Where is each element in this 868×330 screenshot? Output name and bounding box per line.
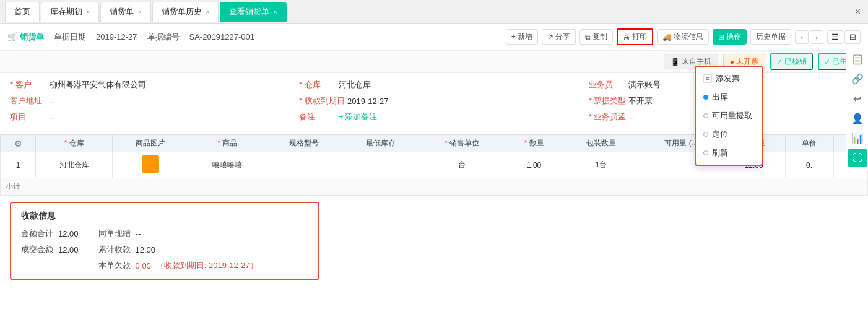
cumulative-value: 12.00: [136, 245, 156, 254]
dropdown-refresh[interactable]: 刷新: [696, 144, 762, 162]
doc-meta: 单据日期 2019-12-27 单据编号 SA-20191227-001: [54, 32, 506, 43]
payment-col-left: 金额合计 12.00 成交金额 12.00: [21, 228, 79, 271]
subtotal-row: 小计: [1, 178, 868, 196]
product-image: [142, 155, 159, 173]
confirm-button[interactable]: ✓ 已核销: [770, 53, 813, 70]
circle-icon-3: [703, 150, 708, 155]
deal-amount-label: 成交金额: [21, 244, 53, 255]
payment-deal-row: 成交金额 12.00: [21, 244, 79, 255]
window-close-button[interactable]: ×: [855, 6, 861, 17]
sidebar-clipboard-icon[interactable]: 📋: [848, 50, 867, 68]
view-buttons: ☰ ⊞: [827, 30, 861, 44]
amount-label: 金额合计: [21, 228, 53, 239]
next-arrow[interactable]: ›: [810, 30, 823, 44]
operate-button[interactable]: ⊞ 操作: [713, 29, 747, 45]
payment-owe-row: 本单欠款 0.00 （收款到期日: 2019-12-27）: [98, 260, 258, 271]
share-button[interactable]: ↗ 分享: [542, 29, 576, 45]
doc-number-value: SA-20191227-001: [189, 32, 255, 41]
right-sidebar: 📋 🔗 ↩ 👤 📊 ⛶: [846, 47, 868, 170]
tab-close-history[interactable]: ×: [206, 8, 209, 15]
col-spec: 规格型号: [266, 135, 342, 152]
warehouse-label: 仓库: [299, 79, 336, 90]
payment-cumulative-row: 累计收款 12.00: [98, 244, 258, 255]
deal-amount-value: 12.00: [58, 245, 79, 254]
project-value: --: [50, 113, 55, 122]
invoice-type-label: 票据类型: [589, 95, 627, 106]
row-qty: 1.00: [505, 152, 563, 178]
sidebar-refresh-icon[interactable]: ↩: [848, 89, 867, 108]
share-icon: ↗: [547, 33, 553, 41]
col-img: 商品图片: [112, 135, 189, 152]
effective-icon: ✓: [824, 58, 830, 66]
tab-inventory-init[interactable]: 库存期初 ×: [41, 2, 99, 22]
row-spec: [266, 152, 342, 178]
dropdown-outbound[interactable]: 出库: [696, 88, 762, 106]
list-view-button[interactable]: ☰: [827, 30, 843, 44]
owe-label: 本单欠款: [98, 260, 131, 271]
tab-home[interactable]: 首页: [5, 2, 40, 22]
salesperson-label: 业务员: [589, 79, 626, 90]
invoice-type-value: 不开票: [628, 95, 653, 106]
doc-date-value: 2019-12-27: [96, 32, 137, 41]
mobile-icon: 📱: [671, 58, 680, 66]
sales-order-icon: 🛒: [7, 32, 17, 41]
doc-header: 🛒 销货单 单据日期 2019-12-27 单据编号 SA-20191227-0…: [0, 24, 868, 51]
main-content: 🛒 销货单 单据日期 2019-12-27 单据编号 SA-20191227-0…: [0, 24, 868, 330]
due-date-field: 收款到期日 2019-12-27: [299, 95, 568, 106]
bottom-panel: 收款信息 金额合计 12.00 成交金额 12.00 同单现结 --: [0, 196, 868, 286]
dropdown-add-invoice[interactable]: ≡ 添发票: [696, 69, 762, 88]
sidebar-link-icon[interactable]: 🔗: [848, 69, 867, 88]
tab-sales-order[interactable]: 销货单 ×: [100, 2, 150, 22]
circle-icon-1: [703, 113, 708, 118]
row-price: 0.: [785, 152, 833, 178]
copy-icon: ⧉: [585, 33, 591, 41]
same-order-label: 同单现结: [98, 228, 131, 239]
tab-bar: 首页 库存期初 × 销货单 × 销货单历史 × 查看销货单 × ×: [0, 0, 868, 24]
due-date-value: 2019-12-27: [347, 97, 389, 106]
logistics-button[interactable]: 🚚 物流信息: [657, 29, 709, 45]
salesperson-value: 演示账号: [628, 79, 661, 90]
dropdown-available-qty[interactable]: 可用量提取: [696, 106, 762, 125]
new-button[interactable]: + 新增: [506, 29, 538, 45]
sidebar-chart-icon[interactable]: 📊: [848, 129, 867, 147]
col-gear[interactable]: ⚙: [1, 135, 36, 152]
project-field: 项目 --: [10, 111, 279, 123]
sidebar-expand-icon[interactable]: ⛶: [848, 149, 867, 167]
truck-icon: 🚚: [662, 33, 672, 41]
note-field: 备注 +添加备注: [299, 111, 568, 123]
add-note-button[interactable]: +添加备注: [339, 111, 377, 123]
prev-arrow[interactable]: ‹: [795, 30, 809, 44]
payment-same-order-row: 同单现结 --: [98, 228, 258, 239]
dropdown-locate[interactable]: 定位: [696, 125, 762, 144]
subtotal-label: 小计: [1, 178, 868, 196]
address-label: 客户地址: [10, 95, 47, 106]
tab-close-view[interactable]: ×: [273, 8, 277, 15]
col-pkg-qty: 包装数量: [563, 135, 640, 152]
doc-actions: + 新增 ↗ 分享 ⧉ 复制 🖨 打印 🚚 物流信息 ⊞ 操作 历史单据: [506, 28, 861, 45]
blue-dot-icon: [703, 95, 708, 100]
tab-close-inventory[interactable]: ×: [86, 8, 90, 15]
gear-icon: ⚙: [14, 139, 22, 149]
copy-button[interactable]: ⧉ 复制: [579, 29, 613, 45]
payment-rows: 金额合计 12.00 成交金额 12.00 同单现结 -- 累计收款: [21, 228, 308, 271]
invoice-icon: ≡: [703, 74, 712, 83]
col-qty: 数量: [505, 135, 563, 152]
doc-number-label: 单据编号: [147, 32, 180, 43]
doc-title: 🛒 销货单: [7, 32, 44, 43]
grid-view-button[interactable]: ⊞: [844, 30, 861, 44]
sidebar-user-icon[interactable]: 👤: [848, 109, 867, 128]
tab-view-sales[interactable]: 查看销货单 ×: [220, 2, 286, 22]
row-pkg-qty: 1台: [563, 152, 640, 178]
dropdown-menu: ≡ 添发票 出库 可用量提取 定位 刷新: [695, 66, 763, 166]
print-button[interactable]: 🖨 打印: [617, 28, 653, 45]
tab-close-sales[interactable]: ×: [137, 8, 141, 15]
col-unit: 销售单位: [419, 135, 505, 152]
payment-section: 收款信息 金额合计 12.00 成交金额 12.00 同单现结 --: [10, 202, 319, 280]
warehouse-value: 河北仓库: [339, 79, 371, 90]
cumulative-label: 累计收款: [98, 244, 131, 255]
row-min-stock: [342, 152, 419, 178]
row-img: [112, 152, 189, 178]
customer-field: 客户 柳州粤港平安气体有限公司: [10, 79, 279, 90]
history-button[interactable]: 历史单据: [750, 29, 791, 45]
tab-sales-history[interactable]: 销货单历史 ×: [152, 2, 219, 22]
